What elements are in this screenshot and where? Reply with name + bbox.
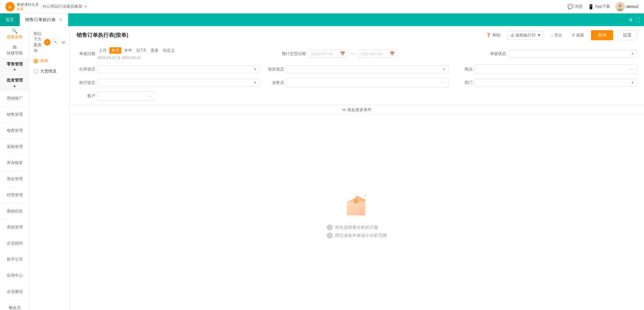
scheme-active-dot [35, 60, 37, 62]
settings-button[interactable]: 设置 [617, 30, 637, 40]
app-download-icon: 📱 [588, 4, 594, 9]
date-tab-this-year[interactable]: 本年 [123, 47, 133, 54]
page-title: 销售订单执行表(按单) [76, 32, 128, 39]
avatar [615, 2, 625, 11]
sidebar-item-wholesale[interactable]: 批发管理 ▲ [0, 74, 29, 91]
expected-date-from[interactable]: yyyy-mm-dd 📅 [308, 50, 348, 58]
refresh-icon: ↺ [572, 33, 575, 38]
calendar-icon: 📅 [340, 51, 345, 56]
salesman-label: 业务员 [265, 80, 284, 86]
date-tab-this-month[interactable]: 本月 [109, 47, 121, 54]
template-print-button[interactable]: 🖨 按模板打印 ▼ [507, 31, 544, 40]
tab-maximize-icon[interactable]: ⛶ [636, 17, 640, 22]
sidebar-item-inventory[interactable]: 库存核算 [0, 155, 29, 171]
svg-text:✦: ✦ [345, 197, 348, 200]
date-tab-last-month[interactable]: 上月 [97, 47, 108, 54]
goods-more-icon: ··· [629, 66, 634, 72]
salesman-select[interactable]: ··· [286, 78, 449, 87]
help-icon: ❓ [486, 33, 491, 38]
left-panel: 按以下方案查询 + ✎ ≪ 按单 欠货情况 [30, 26, 70, 310]
sidebar-item-operations[interactable]: 经营管理 [0, 187, 29, 203]
sidebar-quick-nav[interactable]: ⊞ 快捷导航 [0, 42, 29, 58]
sidebar-item-basic-info[interactable]: 基础信息 [0, 203, 29, 219]
date-tabs-row: 上月 本月 本年 近7天 更多 自定义 [97, 47, 176, 54]
tab-sales-order[interactable]: 销售订单执行表 ✕ [20, 13, 68, 26]
sidebar-item-enterprise-wechat[interactable]: 企业微信 [0, 284, 29, 300]
status-select[interactable]: ▼ [508, 50, 637, 58]
left-panel-header: 按以下方案查询 + ✎ ≪ [30, 29, 69, 56]
date-tab-more[interactable]: 更多 [149, 47, 160, 54]
customer-select[interactable]: ··· [97, 91, 155, 101]
empty-tip-1: 1 请先选择要分析的方案 [327, 224, 387, 230]
execution-dropdown-icon: ▼ [254, 81, 257, 85]
expected-date-to[interactable]: yyyy-mm-dd 📅 [358, 50, 398, 58]
sidebar-item-finance[interactable]: 资金管理 [0, 171, 29, 187]
add-scheme-button[interactable]: + [44, 39, 51, 46]
scheme-active-indicator [34, 59, 38, 63]
tab-bar: 首页 销售订单执行表 ✕ ✕ ⛶ [0, 13, 644, 26]
filter-outbound: 出库状态 ▼ [76, 65, 260, 73]
date-separator: — [350, 51, 356, 56]
print-dropdown-icon: ▼ [537, 33, 541, 38]
department-select[interactable]: ▼ [475, 79, 637, 87]
outbound-select[interactable]: ▼ [97, 65, 260, 73]
collapse-icon: ≪ [342, 108, 346, 112]
sidebar-item-member[interactable]: 畅会员 [0, 300, 29, 310]
page-header: 销售订单执行表(按单) ❓ 帮助 🖨 按模板打印 ▼ ↓ [70, 26, 644, 43]
breadcrumb[interactable]: 办公用品行业模拟账套 ▼ [42, 4, 87, 9]
date-tabs: 上月 本月 本年 近7天 更多 自定义 [97, 47, 176, 54]
filter-goods: 商品 ··· [454, 64, 637, 74]
tab-minimize-icon[interactable]: ✕ [629, 17, 633, 23]
collection-label: 收款状态 [265, 66, 284, 72]
filter-department: 部门 ▼ [454, 79, 637, 87]
date-tab-custom[interactable]: 自定义 [161, 47, 176, 54]
query-button[interactable]: 查询 [591, 30, 613, 40]
user-area[interactable]: demo2 [615, 2, 639, 11]
filter-date: 单据日期 上月 本月 本年 近7天 更多 自定义 [76, 47, 276, 60]
execution-select[interactable]: ▼ [97, 79, 260, 87]
empty-tips: 1 请先选择要分析的方案 2 用过滤条件来缩小分析范围 [327, 224, 387, 239]
sidebar-item-ecommerce[interactable]: 电商管理 [0, 123, 29, 139]
sidebar-item-app-center[interactable]: 应用中心 [0, 268, 29, 284]
logo-area[interactable]: 好 畅捷通好生意 标版 [5, 2, 39, 11]
refresh-button[interactable]: ↺ 刷新 [569, 31, 587, 40]
sidebar-item-purchase[interactable]: 采购管理 [0, 139, 29, 155]
page-header-actions: ❓ 帮助 🖨 按模板打印 ▼ ↓ 导出 ↺ [483, 30, 637, 40]
top-bar-left: 好 畅捷通好生意 标版 办公用品行业模拟账套 ▼ [5, 2, 87, 11]
scheme-item-order[interactable]: 按单 [30, 56, 69, 66]
filter-execution: 执行状态 ▼ [76, 79, 260, 87]
tab-home[interactable]: 首页 [0, 13, 20, 26]
export-button[interactable]: ↓ 导出 [548, 31, 565, 40]
sidebar-item-retail[interactable]: 零售管理 ▼ [0, 58, 29, 74]
collapse-panel-button[interactable]: ≪ [60, 39, 67, 46]
sidebar-item-system[interactable]: 系统管理 [0, 219, 29, 236]
message-button[interactable]: 💬 消息 [568, 4, 583, 9]
tab-close-icon[interactable]: ✕ [59, 17, 62, 22]
sidebar-item-sales[interactable]: 销售管理 [0, 107, 29, 123]
collection-select[interactable]: ▼ [286, 65, 449, 73]
date-range-display: 2023-03-01 至 2023-03-31 [97, 55, 176, 60]
edit-scheme-button[interactable]: ✎ [52, 39, 59, 46]
sidebar-item-marketing[interactable]: 营销推广 [0, 91, 29, 107]
sidebar-item-collaboration[interactable]: 企业协同 [0, 236, 29, 252]
sidebar-item-guide[interactable]: 新手引导 [0, 252, 29, 268]
date-filter-group: 上月 本月 本年 近7天 更多 自定义 2023-03-01 至 2023-03… [97, 47, 176, 60]
help-button[interactable]: ❓ 帮助 [483, 31, 503, 40]
date-tab-7days[interactable]: 近7天 [135, 47, 148, 54]
top-bar-right: 💬 消息 📱 App下载 demo2 [568, 2, 639, 11]
collapse-bar[interactable]: ≪ 收起更多条件 [70, 105, 644, 115]
filter-row-2: 出库状态 ▼ 收款状态 ▼ [76, 64, 637, 74]
breadcrumb-dropdown-icon: ▼ [84, 5, 87, 8]
tab-actions: ✕ ⛶ [625, 17, 644, 23]
scheme-inactive-indicator [34, 69, 38, 74]
customer-label: 客户 [76, 93, 95, 99]
scheme-item-backorder[interactable]: 欠货情况 [30, 66, 69, 76]
goods-select[interactable]: ··· [475, 64, 637, 74]
right-main: 销售订单执行表(按单) ❓ 帮助 🖨 按模板打印 ▼ ↓ [70, 26, 644, 310]
main-layout: 🔍 搜索菜单 ⊞ 快捷导航 零售管理 ▼ 批发管理 ▲ 营销推广 销售管理 电商… [0, 26, 644, 310]
sidebar-search-menu[interactable]: 🔍 搜索菜单 [0, 26, 29, 42]
app-download-button[interactable]: 📱 App下载 [588, 4, 610, 9]
empty-tip-2: 2 用过滤条件来缩小分析范围 [327, 232, 387, 239]
expected-date-label: 预计交货日期 [282, 51, 306, 57]
svg-point-3 [619, 4, 622, 7]
